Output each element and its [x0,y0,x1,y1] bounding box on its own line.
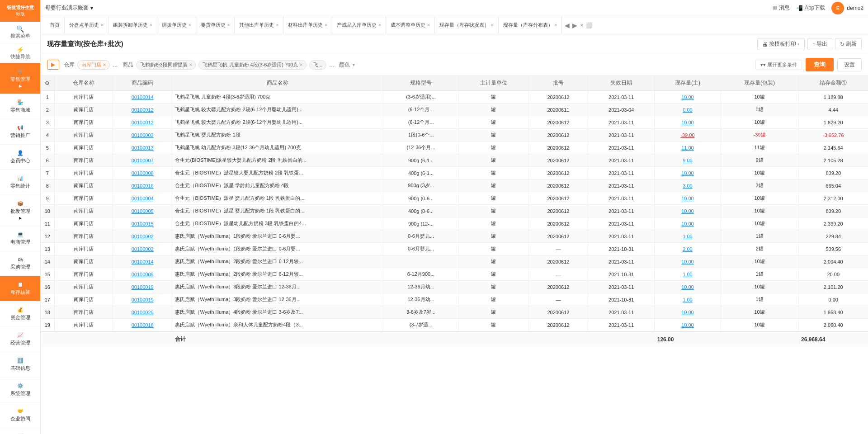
tab-order-history[interactable]: 要货单历史 × [196,16,235,34]
expand-filter-button[interactable]: ▶ [47,60,59,70]
tab-maximize-icon[interactable]: ⬜ [585,21,594,29]
tab-transfer-history[interactable]: 调拨单历史 × [157,16,196,34]
tab-close-3[interactable]: × [227,23,230,28]
row-qty-main[interactable]: 1.00 [655,268,721,281]
refresh-button[interactable]: ↻ 刷新 [835,38,862,50]
sidebar-item-retail-stats[interactable]: 📊 零售统计 [0,170,40,195]
sidebar-logo[interactable]: 畅捷通好生意 标版 [0,0,40,22]
row-qty-main[interactable]: 0.00 [655,104,721,116]
row-expire: 2021-03-11 [588,142,655,154]
account-selector[interactable]: 母婴行业演示账套 ▾ [45,4,93,12]
row-qty-main[interactable]: 10.00 [655,319,721,332]
row-warehouse: 南库门店 [54,217,113,230]
row-qty-main[interactable]: 10.00 [655,116,721,129]
row-qty-main[interactable]: 1.00 [655,230,721,243]
table-row: 8 南库门店 00100016 合生元（BIOSTIME）派星 学龄前儿童配方奶… [41,179,868,192]
row-qty-main[interactable]: 2.00 [655,243,721,255]
row-no: 4 [41,129,54,142]
tab-close-5[interactable]: × [325,23,327,28]
row-qty-main[interactable]: 9.00 [655,154,721,167]
tab-home[interactable]: 首页 [45,16,65,34]
user-avatar[interactable]: E [831,2,844,14]
row-qty-main[interactable]: 10.00 [655,306,721,319]
expand-more-button[interactable]: ▾▾ 展开更多条件 [755,60,802,70]
sidebar-item-purchase[interactable]: 🛍 采购管理 [0,251,40,276]
print-button[interactable]: 🖨 按模板打印 ▾ [757,38,805,50]
goods-tag-1-close-icon[interactable]: × [189,62,192,67]
tab-close-0[interactable]: × [101,23,104,28]
tab-stock-status[interactable]: 现存量（库存状况表） × [435,16,499,34]
warehouse-tag[interactable]: 南库门店 × [77,60,110,70]
table-row: 19 南库门店 00100018 惠氏启赋（Wyeth illuma）亲和人体儿… [41,319,868,332]
app-download-btn[interactable]: 📲 App下载 [796,4,825,12]
warehouse-close-icon[interactable]: × [103,62,106,67]
tab-material-out-history[interactable]: 材料出库单历史 × [283,16,332,34]
tab-close-1[interactable]: × [150,23,152,28]
row-code: 00100019 [113,293,172,306]
row-qty-main[interactable]: 10.00 [655,167,721,179]
sidebar-item-member[interactable]: 👤 会员中心 [0,145,40,170]
color-arrow-icon[interactable]: ▾ [353,62,355,67]
row-qty-pack: 10罐 [721,319,798,332]
tab-close-8[interactable]: × [491,23,494,28]
col-settings[interactable]: ⚙ [41,75,54,91]
tab-close-9[interactable]: × [555,23,557,28]
warehouse-more-icon[interactable]: ... [113,61,118,68]
row-batch: 20200611 [528,104,588,116]
user-name[interactable]: demo2 [847,5,863,11]
sidebar-item-marketing[interactable]: 📢 营销推广 [0,119,40,145]
row-balance: 2,094.40 [798,255,868,268]
sidebar-item-operation[interactable]: 📈 经营管理 [0,327,40,352]
sidebar-item-search[interactable]: 🔍 搜索菜单 [0,22,40,43]
sidebar-item-inventory[interactable]: 📋 库存核算 [0,276,40,302]
tab-assembly-history[interactable]: 组装拆卸单历史 × [108,16,157,34]
row-qty-main[interactable]: 10.00 [655,205,721,217]
row-qty-main[interactable]: 10.00 [655,192,721,205]
row-qty-main[interactable]: 10.00 [655,91,721,104]
tab-next-icon[interactable]: ▶ [571,21,578,30]
row-qty-main[interactable]: 3.00 [655,179,721,192]
table-header-row: ⚙ 仓库名称 商品编码 商品名称 规格型号 主计量单位 批号 失效日期 现存量(… [41,75,868,91]
goods-tag-2-close-icon[interactable]: × [300,62,302,67]
tab-close-2[interactable]: × [189,23,191,28]
goods-tag-1[interactable]: 飞鹤奶粉3段同赠提装 × [136,60,196,70]
row-qty-main[interactable]: 11.00 [655,142,721,154]
sidebar-item-basic-info[interactable]: ℹ️ 基础信息 [0,352,40,377]
tab-close-4[interactable]: × [276,23,278,28]
goods-tag-3[interactable]: 飞... [309,60,326,70]
tab-stock-distribution[interactable]: 现存量（库存分布表） × [499,16,562,34]
tab-close-current-icon[interactable]: × [579,21,584,29]
sidebar-item-finance[interactable]: 💰 资金管理 [0,302,40,327]
print-icon: 🖨 [762,41,768,47]
row-qty-main[interactable]: 1.00 [655,293,721,306]
sidebar-item-new-guide[interactable]: 🧭 新手引导 [0,428,40,434]
sidebar-item-retail-store[interactable]: 🏪 零售商城 [0,94,40,119]
tab-other-out-history[interactable]: 其他出库单历史 × [235,16,283,34]
row-qty-main[interactable]: 10.00 [655,255,721,268]
sidebar-item-wholesale[interactable]: 📦 批发管理 ▶ [0,195,40,226]
sidebar-item-quick-nav[interactable]: ⚡ 快捷导航 [0,43,40,63]
sidebar-item-system[interactable]: ⚙️ 系统管理 [0,377,40,403]
row-qty-main[interactable]: 10.00 [655,281,721,293]
tab-nav-arrows: ◀ ▶ × ⬜ [564,21,594,30]
tab-prev-icon[interactable]: ◀ [564,21,571,30]
sidebar-item-ecommerce[interactable]: 💻 电商管理 [0,226,40,251]
tab-cost-adjust-history[interactable]: 成本调整单历史 × [386,16,435,34]
tab-close-7[interactable]: × [427,23,430,28]
export-button[interactable]: ↑ 导出 [807,38,832,50]
settings-button[interactable]: 设置 [837,58,862,71]
goods-tag-2[interactable]: 飞鹤星飞帆 儿童奶粉 4段(3-6岁适用) 700克 × [198,60,307,70]
row-qty-main[interactable]: 10.00 [655,217,721,230]
goods-more-icon[interactable]: ... [329,61,335,68]
row-qty-main[interactable]: -39.00 [655,129,721,142]
tab-close-6[interactable]: × [378,23,381,28]
message-btn[interactable]: ✉ 消息 [773,4,790,12]
query-button[interactable]: 查询 [806,58,834,71]
sidebar-item-enterprise[interactable]: 🤝 企业协同 [0,403,40,428]
sidebar-item-retail-management[interactable]: 🛒 零售管理 ▶ [0,63,40,94]
tab-product-in-history[interactable]: 产成品入库单历史 × [332,16,386,34]
tab-inventory-check-history[interactable]: 分盘点单历史 × [65,16,108,34]
row-code: 00100003 [113,129,172,142]
row-qty-pack: 1罐 [721,268,798,281]
row-warehouse: 南库门店 [54,205,113,217]
